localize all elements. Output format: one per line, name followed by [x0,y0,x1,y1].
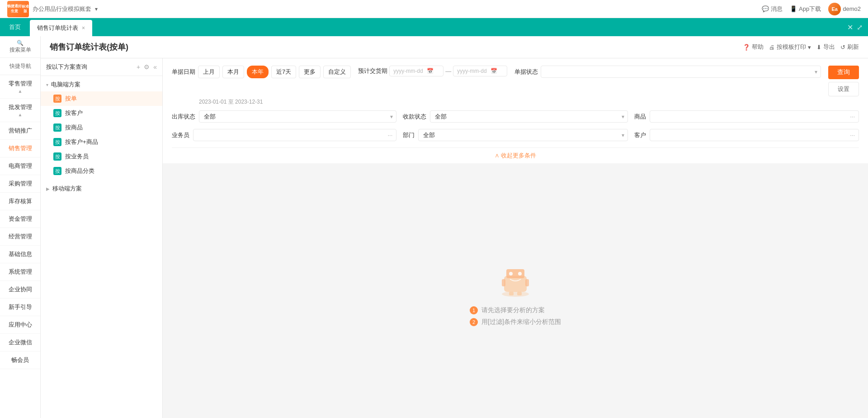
app-download-button[interactable]: 📱 App下载 [790,5,821,13]
settings-button[interactable]: 设置 [828,82,859,96]
svg-rect-5 [502,279,505,286]
date-btn-this-month[interactable]: 本月 [222,66,244,78]
salesman-more-icon[interactable]: ··· [387,132,392,138]
calendar-start-icon: 📅 [427,68,434,74]
scheme-item-按商品[interactable]: 按 按商品 [41,120,162,135]
hint-num-2: 2 [470,318,478,326]
scheme-item-按客户商品[interactable]: 按 按客户+商品 [41,135,162,149]
expected-date-group: 预计交货期 yyyy-mm-dd 📅 — yyyy-mm-dd 📅 [358,66,507,76]
delivery-filter-col: 出库状态 全部 未出库 部分出库 全部出库 [172,110,396,123]
scheme-icon-按单: 按 [53,95,61,103]
collapse-panel-icon[interactable]: « [153,63,157,71]
window-close-icon[interactable]: ✕ [847,23,853,32]
sidebar-item-wholesale[interactable]: 批发管理 ▲ [0,99,40,122]
goods-more-icon[interactable]: ··· [850,113,855,120]
settings-scheme-icon[interactable]: ⚙ [144,63,150,71]
status-select[interactable] [541,66,821,78]
topbar-left: 畅捷通好生意 标准版 办公用品行业模拟账套 ▾ [7,1,98,17]
payment-select[interactable]: 全部 未收款 部分收款 全部收款 [430,110,627,123]
customer-filter-col: 客户 ··· [634,129,859,141]
help-button[interactable]: ❓ 帮助 [743,43,764,51]
content: 销售订单统计表(按单) ❓ 帮助 🖨 按模板打印 ▾ ⬇ 导出 ↺ 刷新 [41,36,868,418]
pc-scheme-group: ▾ 电脑端方案 按 按单 按 按客户 按 按商品 [41,76,162,180]
date-btn-7days[interactable]: 近7天 [271,66,296,78]
svg-point-3 [509,272,513,276]
mobile-scheme-group-header[interactable]: ▶ 移动端方案 [41,182,162,195]
empty-hints: 1 请先选择要分析的方案 2 用[过滤]条件来缩小分析范围 [470,306,561,326]
date-btn-last-month[interactable]: 上月 [198,66,220,78]
customer-input[interactable]: ··· [650,129,859,141]
query-actions: 查询 设置 [828,66,859,96]
sidebar-item-system[interactable]: 系统管理 [0,263,40,281]
scheme-icon-按客户: 按 [53,109,61,117]
message-button[interactable]: 💬 消息 [762,5,783,13]
query-button[interactable]: 查询 [828,66,859,79]
sidebar-quick-nav[interactable]: 快捷导航 [0,58,40,75]
salesman-filter-col: 业务员 ··· [172,129,396,141]
sidebar-item-newbie[interactable]: 新手引导 [0,299,40,316]
svg-rect-7 [509,292,514,295]
date-range-display: 2023-01-01 至 2023-12-31 [172,98,859,106]
right-panel: 单据日期 上月 本月 本年 近7天 更多 自定义 预计交货期 yyyy-mm-d… [163,58,868,418]
print-dropdown-icon: ▾ [808,44,811,51]
sidebar-item-basic[interactable]: 基础信息 [0,246,40,263]
customer-more-icon[interactable]: ··· [850,132,855,138]
sidebar-item-retail[interactable]: 零售管理 ▲ [0,75,40,99]
pc-group-arrow: ▾ [46,82,48,87]
page-title: 销售订单统计表(按单) [50,42,128,58]
refresh-button[interactable]: ↺ 刷新 [840,43,859,51]
hint-num-1: 1 [470,306,478,314]
sidebar-item-ecommerce[interactable]: 电商管理 [0,157,40,175]
sidebar-item-operations[interactable]: 经营管理 [0,228,40,246]
sidebar-item-inventory[interactable]: 库存核算 [0,193,40,210]
search-icon: 🔍 [4,40,37,46]
print-icon: 🖨 [769,44,775,51]
print-button[interactable]: 🖨 按模板打印 ▾ [769,43,811,51]
salesman-input[interactable]: ··· [193,129,396,141]
sidebar-item-enterprise[interactable]: 企业协同 [0,281,40,299]
scheme-item-按业务员[interactable]: 按 按业务员 [41,149,162,164]
sidebar-search[interactable]: 🔍 搜索菜单 [0,36,40,58]
topbar-dropdown-icon[interactable]: ▾ [95,6,98,12]
left-panel: 按以下方案查询 + ⚙ « ▾ 电脑端方案 按 按单 [41,58,163,418]
user-menu[interactable]: Ea demo2 [828,3,861,15]
empty-hint-2: 2 用[过滤]条件来缩小分析范围 [470,318,561,326]
sidebar-item-membership[interactable]: 畅会员 [0,352,40,369]
mobile-group-arrow: ▶ [46,186,50,191]
goods-input[interactable]: ··· [650,110,859,123]
export-button[interactable]: ⬇ 导出 [816,43,835,51]
date-sep: — [445,68,451,75]
expected-date-start-input[interactable]: yyyy-mm-dd 📅 [389,66,443,76]
tab-sales-stats[interactable]: 销售订单统计表 × [30,20,92,36]
logo: 畅捷通好生意 标准版 [7,1,29,17]
scheme-item-按单[interactable]: 按 按单 [41,91,162,106]
scheme-item-按客户[interactable]: 按 按客户 [41,106,162,120]
window-expand-icon[interactable]: ⤢ [857,23,863,32]
delivery-select[interactable]: 全部 未出库 部分出库 全部出库 [199,110,396,123]
tab-home[interactable]: 首页 [0,18,30,36]
payment-select-wrap: 全部 未收款 部分收款 全部收款 [430,110,627,123]
refresh-icon: ↺ [840,44,845,51]
scheme-icon-按业务员: 按 [53,152,61,161]
expected-date-end-input[interactable]: yyyy-mm-dd 📅 [453,66,507,76]
date-btn-this-year[interactable]: 本年 [247,66,269,78]
mobile-scheme-group: ▶ 移动端方案 [41,182,162,195]
date-btn-more[interactable]: 更多 [299,66,321,78]
sidebar-item-purchase[interactable]: 采购管理 [0,175,40,193]
sidebar-item-marketing[interactable]: 营销推广 [0,122,40,140]
add-scheme-icon[interactable]: + [137,63,140,71]
scheme-item-按商品分类[interactable]: 按 按商品分类 [41,164,162,178]
sidebar-item-sales[interactable]: 销售管理 [0,140,40,157]
filter-row-2: 出库状态 全部 未出库 部分出库 全部出库 收款 [172,110,859,123]
sidebar-item-finance[interactable]: 资金管理 [0,210,40,228]
collapse-bar[interactable]: ∧ 收起更多条件 [172,147,859,163]
sidebar-item-app-center[interactable]: 应用中心 [0,316,40,334]
retail-arrow: ▲ [18,89,23,94]
sidebar-item-enterprise-wx[interactable]: 企业微信 [0,334,40,352]
filter-date-group: 单据日期 上月 本月 本年 近7天 更多 自定义 [172,66,351,78]
tab-close-icon[interactable]: × [82,25,85,31]
calendar-end-icon: 📅 [491,68,497,74]
pc-scheme-group-header[interactable]: ▾ 电脑端方案 [41,78,162,91]
dept-select[interactable]: 全部 [418,129,627,141]
date-btn-custom[interactable]: 自定义 [323,66,351,78]
